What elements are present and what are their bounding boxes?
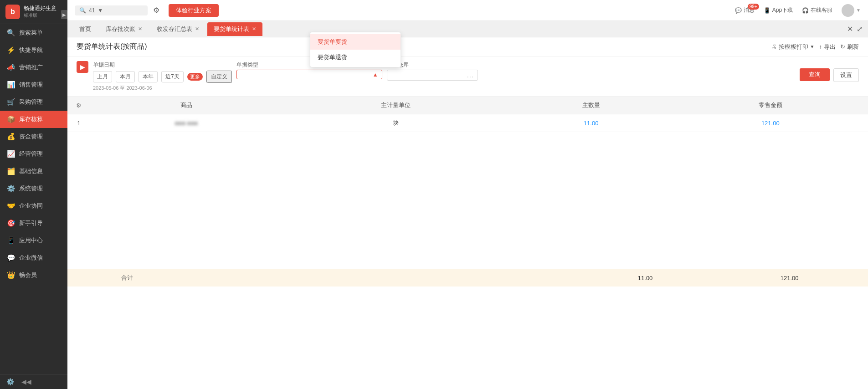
sidebar-item-marketing[interactable]: 📣 营销推广 bbox=[0, 59, 67, 76]
empty-area bbox=[67, 132, 868, 269]
tab-batch[interactable]: 库存批次账 ✕ bbox=[99, 22, 149, 36]
col-quantity: 主数量 bbox=[509, 97, 673, 114]
cell-amount[interactable]: 121.00 bbox=[673, 114, 868, 132]
tab-close-requisition[interactable]: ✕ bbox=[252, 26, 256, 32]
header-search[interactable]: 🔍 41 ▼ bbox=[75, 5, 148, 15]
page-header: 要货单统计表(按商品) 🖨 按模板打印 ▼ ↑ 导出 ↻ 刷新 bbox=[67, 37, 868, 56]
cell-product: ■■■ ■■■ bbox=[90, 114, 282, 132]
tab-close-all-btn[interactable]: ✕ bbox=[847, 25, 853, 33]
sidebar-item-apps[interactable]: 📱 应用中心 bbox=[0, 232, 67, 249]
date-filter-label: 单据日期 bbox=[93, 61, 232, 69]
table-header-row: ⚙ 商品 主计量单位 主数量 零售金额 bbox=[67, 97, 868, 114]
print-btn[interactable]: 🖨 按模板打印 ▼ bbox=[771, 43, 815, 51]
date-last-7-days-btn[interactable]: 近7天 bbox=[161, 71, 184, 82]
filter-bar: ▶ 单据日期 上月 本月 本年 近7天 更多 自定义 2023-05-06 至 … bbox=[67, 56, 868, 97]
export-icon: ↑ bbox=[819, 43, 822, 50]
gear-icon: ⚙️ bbox=[6, 184, 15, 193]
top-header: 🔍 41 ▼ ⚙ 体验行业方案 💬 消息 99+ 📱 App下载 🎧 在线客服 … bbox=[67, 0, 868, 21]
chevron-down-user-icon: ▼ bbox=[856, 8, 861, 13]
notification-btn[interactable]: 💬 消息 99+ bbox=[735, 6, 755, 14]
chevron-down-print-icon: ▼ bbox=[810, 44, 815, 49]
sidebar-item-inventory[interactable]: 📦 库存核算 bbox=[0, 111, 67, 128]
chevron-down-icon: ▼ bbox=[98, 7, 103, 14]
sidebar-item-operations[interactable]: 📈 经营管理 bbox=[0, 145, 67, 163]
date-this-month-btn[interactable]: 本月 bbox=[116, 71, 135, 82]
sidebar-item-wechat[interactable]: 💬 企业微信 bbox=[0, 249, 67, 266]
filter-actions: 查询 设置 bbox=[800, 61, 859, 82]
dropdown-item-requisition-return[interactable]: 要货单退货 bbox=[310, 50, 401, 65]
type-filter-input[interactable] bbox=[241, 71, 373, 78]
date-more-badge[interactable]: 更多 bbox=[187, 73, 203, 81]
tab-receive[interactable]: 收发存汇总表 ✕ bbox=[150, 22, 205, 36]
export-btn[interactable]: ↑ 导出 bbox=[819, 43, 836, 51]
sidebar-item-basic[interactable]: 🗂️ 基础信息 bbox=[0, 163, 67, 180]
online-service-btn[interactable]: 🎧 在线客服 bbox=[802, 6, 832, 14]
mobile-icon: 📱 bbox=[6, 236, 15, 245]
sidebar-item-member[interactable]: 👑 畅会员 bbox=[0, 266, 67, 284]
ellipsis-icon[interactable]: … bbox=[467, 71, 474, 79]
date-filter-row: 上月 本月 本年 近7天 更多 自定义 bbox=[93, 71, 232, 83]
filter-settings-btn[interactable]: 设置 bbox=[833, 68, 859, 82]
crown-icon: 👑 bbox=[6, 271, 15, 279]
main-area: 🔍 41 ▼ ⚙ 体验行业方案 💬 消息 99+ 📱 App下载 🎧 在线客服 … bbox=[67, 0, 868, 389]
table-body: 1 ■■■ ■■■ 块 11.00 121.00 bbox=[67, 114, 868, 132]
col-settings[interactable]: ⚙ bbox=[67, 97, 90, 114]
cell-unit: 块 bbox=[282, 114, 509, 132]
sidebar-item-finance[interactable]: 💰 资金管理 bbox=[0, 128, 67, 145]
settings-icon[interactable]: ⚙️ bbox=[6, 378, 14, 385]
date-this-year-btn[interactable]: 本年 bbox=[139, 71, 158, 82]
tab-expand-btn[interactable]: ⤢ bbox=[857, 25, 863, 33]
footer-quantity: 11.00 bbox=[573, 275, 718, 282]
sidebar-item-system[interactable]: ⚙️ 系统管理 bbox=[0, 180, 67, 197]
footer-label: 合计 bbox=[97, 274, 133, 282]
page-title: 要货单统计表(按商品) bbox=[77, 42, 147, 51]
app-download-btn[interactable]: 📱 App下载 bbox=[764, 6, 793, 14]
cell-no: 1 bbox=[67, 114, 90, 132]
cell-quantity[interactable]: 11.00 bbox=[509, 114, 673, 132]
sidebar-item-sales[interactable]: 📊 销售管理 bbox=[0, 76, 67, 93]
type-filter-input-wrapper[interactable]: ▲ bbox=[236, 70, 382, 79]
search-icon: 🔍 bbox=[6, 29, 15, 37]
filter-expand-btn[interactable]: ▶ bbox=[77, 61, 88, 73]
sidebar-menu: 🔍 搜索菜单 ⚡ 快捷导航 📣 营销推广 📊 销售管理 🛒 采购管理 📦 库存核… bbox=[0, 24, 67, 374]
date-filter-group: 单据日期 上月 本月 本年 近7天 更多 自定义 2023-05-06 至 20… bbox=[93, 61, 232, 92]
tab-close-receive[interactable]: ✕ bbox=[195, 26, 199, 32]
warehouse-filter-input-wrapper[interactable]: … bbox=[387, 70, 478, 81]
sidebar-item-purchase[interactable]: 🛒 采购管理 bbox=[0, 93, 67, 111]
warehouse-filter-input[interactable] bbox=[391, 72, 467, 79]
header-right: 💬 消息 99+ 📱 App下载 🎧 在线客服 ▼ bbox=[735, 4, 861, 17]
chevron-up-icon[interactable]: ▲ bbox=[373, 72, 378, 78]
dropdown-item-requisition-order[interactable]: 要货单要货 bbox=[310, 37, 401, 50]
bell-icon: 💬 bbox=[735, 7, 742, 14]
table-footer: 合计 11.00 121.00 bbox=[67, 269, 868, 287]
app-name: 畅捷通好生意 标准版 bbox=[24, 5, 56, 19]
user-avatar[interactable]: ▼ bbox=[842, 4, 861, 17]
chat-icon: 💬 bbox=[6, 254, 15, 262]
type-dropdown: 要货单要货 要货单退货 bbox=[310, 37, 401, 67]
notification-badge: 99+ bbox=[748, 4, 759, 10]
date-last-month-btn[interactable]: 上月 bbox=[93, 71, 112, 82]
tab-close-batch[interactable]: ✕ bbox=[138, 26, 142, 32]
collapse-icon[interactable]: ◀◀ bbox=[21, 378, 31, 385]
app-logo-icon: b bbox=[5, 5, 20, 19]
column-settings-icon[interactable]: ⚙ bbox=[76, 102, 82, 109]
query-btn[interactable]: 查询 bbox=[800, 68, 830, 81]
tab-bar: 首页 库存批次账 ✕ 收发存汇总表 ✕ 要货单统计表 ✕ ✕ ⤢ bbox=[67, 21, 868, 37]
sidebar-item-enterprise[interactable]: 🤝 企业协同 bbox=[0, 197, 67, 215]
tab-home[interactable]: 首页 bbox=[73, 22, 98, 36]
sidebar-item-shortcut[interactable]: ⚡ 快捷导航 bbox=[0, 41, 67, 59]
settings-gear-icon[interactable]: ⚙ bbox=[153, 6, 159, 15]
sidebar-item-guide[interactable]: 🎯 新手引导 bbox=[0, 215, 67, 232]
chart-icon: 📊 bbox=[6, 81, 15, 89]
col-unit: 主计量单位 bbox=[282, 97, 509, 114]
tab-bar-actions: ✕ ⤢ bbox=[847, 25, 863, 33]
refresh-icon: ↻ bbox=[840, 43, 845, 50]
tab-requisition[interactable]: 要货单统计表 ✕ bbox=[207, 22, 262, 36]
date-custom-btn[interactable]: 自定义 bbox=[206, 71, 232, 83]
search-icon-header: 🔍 bbox=[79, 7, 86, 14]
cart-icon: 🛒 bbox=[6, 98, 15, 106]
refresh-btn[interactable]: ↻ 刷新 bbox=[840, 43, 859, 51]
sidebar-item-search[interactable]: 🔍 搜索菜单 bbox=[0, 24, 67, 41]
page-header-actions: 🖨 按模板打印 ▼ ↑ 导出 ↻ 刷新 bbox=[771, 43, 859, 51]
trial-btn[interactable]: 体验行业方案 bbox=[169, 4, 219, 17]
